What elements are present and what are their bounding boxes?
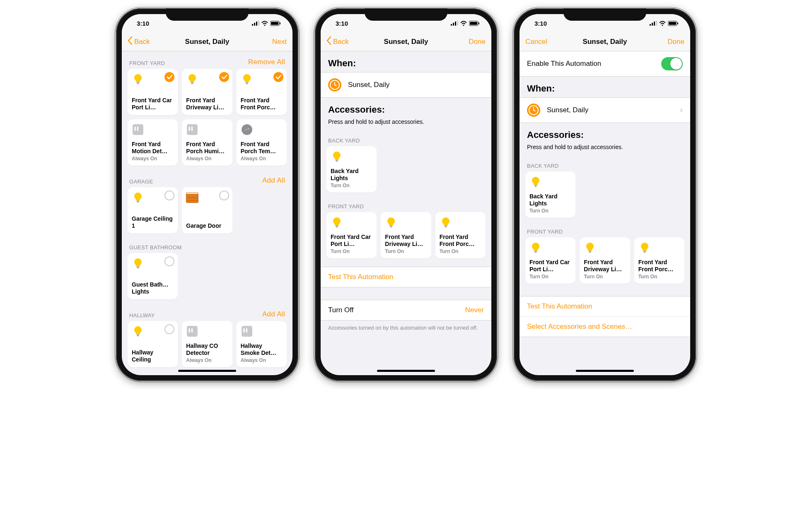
when-row[interactable]: Sunset, Daily ›: [520, 98, 690, 123]
section-header: GUEST BATHROOM: [122, 238, 292, 253]
clock-icon: [328, 78, 341, 92]
accessory-tile[interactable]: Front Yard Front Porc…Turn On: [435, 212, 486, 258]
tile-grid: Guest Bath… Lights: [122, 253, 292, 304]
group-title: FRONT YARD: [527, 229, 563, 235]
nav-bar: Back Sunset, Daily Next: [122, 32, 292, 51]
unselected-check-icon[interactable]: [164, 324, 174, 334]
tile-subtext: Turn On: [331, 248, 372, 254]
tile-grid: Garage Ceiling 1Garage Door: [122, 187, 292, 238]
tile-grid: Front Yard Car Port Li…Turn OnFront Yard…: [321, 212, 491, 263]
accessories-subtext: Press and hold to adjust accessories.: [520, 144, 690, 156]
when-row[interactable]: Sunset, Daily: [321, 72, 491, 97]
chevron-right-icon: ›: [680, 105, 683, 116]
home-indicator[interactable]: [178, 370, 236, 372]
content-scroll[interactable]: Enable This Automation When: Sunset, Dai…: [520, 51, 690, 375]
selected-check-icon[interactable]: [219, 72, 229, 82]
accessory-tile[interactable]: Front Yard Porch Tem…Always On: [237, 119, 287, 166]
section-action-button[interactable]: Add All: [262, 176, 285, 185]
tile-name: Front Yard Porch Tem…: [241, 141, 283, 155]
tile-grid: Hallway CeilingHallway CO DetectorAlways…: [122, 321, 292, 371]
sensor-icon: [186, 325, 198, 337]
enable-automation-row[interactable]: Enable This Automation: [520, 51, 690, 76]
home-indicator[interactable]: [377, 370, 435, 372]
accessory-tile[interactable]: Back Yard LightsTurn On: [525, 171, 575, 218]
test-automation-button[interactable]: Test This Automation: [321, 267, 491, 287]
bulb-icon: [386, 217, 396, 228]
tile-name: Garage Ceiling 1: [132, 215, 174, 229]
section-action-button[interactable]: Add All: [262, 310, 285, 318]
cancel-button[interactable]: Cancel: [525, 38, 554, 46]
tile-subtext: Turn On: [638, 274, 680, 280]
nav-title: Sunset, Daily: [384, 38, 428, 46]
accessory-tile[interactable]: Front Yard Front Porc…Turn On: [634, 237, 684, 284]
selected-check-icon[interactable]: [164, 72, 174, 82]
selected-check-icon[interactable]: [273, 72, 283, 82]
accessory-tile[interactable]: Front Yard Driveway Li…: [182, 69, 232, 115]
accessory-tile[interactable]: Hallway Smoke Det…Always On: [237, 321, 287, 367]
accessory-tile[interactable]: Front Yard Car Port Li…Turn On: [525, 237, 575, 284]
nav-title: Sunset, Daily: [185, 38, 230, 46]
accessory-tile[interactable]: Hallway Ceiling: [128, 321, 178, 367]
accessory-tile[interactable]: Front Yard Porch Humi…Always On: [182, 119, 232, 166]
when-header: When:: [321, 51, 491, 72]
nav-title: Sunset, Daily: [583, 38, 627, 46]
chevron-left-icon: [326, 36, 331, 47]
tile-name: Back Yard Lights: [331, 168, 372, 182]
bulb-icon: [530, 242, 541, 253]
next-button[interactable]: Next: [258, 38, 287, 46]
tile-name: Hallway Ceiling: [132, 349, 174, 363]
tile-subtext: Turn On: [440, 248, 481, 254]
turn-off-value: Never: [465, 306, 484, 314]
accessory-tile[interactable]: Back Yard LightsTurn On: [326, 146, 377, 193]
accessory-tile[interactable]: Front Yard Driveway Li…Turn On: [381, 212, 431, 258]
unselected-check-icon[interactable]: [219, 190, 229, 200]
tile-name: Front Yard Front Porc…: [241, 97, 283, 111]
back-button[interactable]: Back: [326, 36, 355, 47]
turn-off-footer: Accessories turned on by this automation…: [321, 321, 491, 337]
select-accessories-button[interactable]: Select Accessories and Scenes…: [520, 317, 690, 337]
done-button[interactable]: Done: [457, 38, 486, 46]
tile-name: Back Yard Lights: [529, 193, 571, 207]
group-title: BACK YARD: [527, 163, 559, 169]
signal-icon: [252, 21, 259, 26]
unselected-check-icon[interactable]: [164, 190, 174, 200]
accessory-tile[interactable]: Front Yard Motion Det…Always On: [128, 119, 178, 166]
sensor-icon: [132, 124, 144, 135]
content-scroll[interactable]: When: Sunset, Daily Accessories: Press a…: [321, 51, 491, 375]
accessory-tile[interactable]: Garage Door: [182, 187, 232, 234]
turn-off-row[interactable]: Turn Off Never: [321, 300, 491, 320]
section-title: GUEST BATHROOM: [129, 244, 182, 251]
sensor-icon: [186, 124, 198, 135]
accessory-tile[interactable]: Garage Ceiling 1: [128, 187, 178, 234]
back-button[interactable]: Back: [128, 36, 157, 47]
tile-grid: Back Yard LightsTurn On: [321, 146, 491, 197]
enable-toggle[interactable]: [661, 57, 683, 70]
unselected-check-icon[interactable]: [164, 256, 174, 266]
tile-subtext: Always On: [241, 156, 283, 161]
group-header: BACK YARD: [321, 131, 491, 146]
accessory-tile[interactable]: Front Yard Car Port Li…Turn On: [326, 212, 377, 258]
tile-subtext: Always On: [186, 357, 228, 363]
test-automation-button[interactable]: Test This Automation: [520, 296, 690, 317]
tile-subtext: Turn On: [584, 274, 626, 280]
back-label: Back: [134, 38, 150, 46]
tile-name: Hallway CO Detector: [186, 342, 228, 357]
accessory-tile[interactable]: Front Yard Driveway Li…Turn On: [580, 237, 630, 284]
accessory-tile[interactable]: Front Yard Car Port Li…: [128, 69, 178, 115]
bulb-icon: [133, 192, 143, 203]
tile-name: Front Yard Front Porc…: [440, 234, 481, 248]
bulb-icon: [187, 74, 198, 84]
temperature-icon: [241, 124, 253, 135]
tile-name: Hallway Smoke Det…: [241, 342, 283, 357]
content-scroll[interactable]: FRONT YARDRemove AllFront Yard Car Port …: [122, 51, 292, 375]
accessory-tile[interactable]: Hallway CO DetectorAlways On: [182, 321, 232, 367]
test-automation-label: Test This Automation: [328, 273, 394, 281]
accessory-tile[interactable]: Guest Bath… Lights: [128, 253, 178, 299]
tile-grid: Front Yard Car Port Li…Front Yard Drivew…: [122, 69, 292, 170]
accessory-tile[interactable]: Front Yard Front Porc…: [237, 69, 287, 115]
done-button[interactable]: Done: [655, 38, 684, 46]
signal-icon: [451, 21, 458, 26]
home-indicator[interactable]: [576, 370, 634, 372]
phone-2: 3:10 Back Sunset, Daily Done When:: [315, 8, 497, 381]
section-action-button[interactable]: Remove All: [248, 58, 285, 66]
